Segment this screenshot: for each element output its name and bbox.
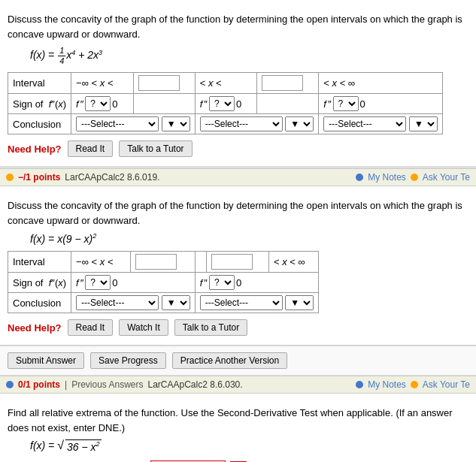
col-blank1[interactable] bbox=[133, 73, 195, 94]
orange-dot bbox=[6, 174, 14, 181]
section2-header: −/1 points LarCAApCalc2 8.6.019. My Note… bbox=[0, 168, 476, 186]
points-3: 0/1 points bbox=[18, 379, 60, 390]
course-3: LarCAApCalc2 8.6.030. bbox=[148, 379, 243, 390]
formula-1: f(x) = 14x4 + 2x3 bbox=[30, 46, 468, 66]
section2: Discuss the concavity of the graph of th… bbox=[0, 186, 476, 346]
sign-select-1[interactable]: ?+− bbox=[85, 96, 111, 111]
talk-btn-1[interactable]: Talk to a Tutor bbox=[119, 140, 192, 157]
conclusion2-label: Conclusion bbox=[8, 293, 71, 313]
practice-version-btn[interactable]: Practice Another Version bbox=[172, 352, 287, 369]
col2-neg-inf: −∞ < x < bbox=[71, 252, 131, 273]
watch-btn-2[interactable]: Watch It bbox=[119, 319, 168, 336]
orange-dot-3 bbox=[411, 381, 418, 388]
conclusion-cell-1[interactable]: ---Select--- concave upward concave down… bbox=[71, 114, 196, 134]
my-notes-2[interactable]: My Notes bbox=[368, 172, 406, 183]
read-it-btn-1[interactable]: Read It bbox=[68, 140, 114, 157]
sqrt-content: 36 − x2 bbox=[65, 439, 102, 453]
conclusion2-cell-1[interactable]: ---Select--- concave upward concave down… bbox=[71, 293, 196, 313]
save-progress-btn[interactable]: Save Progress bbox=[90, 352, 166, 369]
col2-pos-inf: < x < ∞ bbox=[268, 252, 318, 273]
submit-answer-btn[interactable]: Submit Answer bbox=[8, 352, 84, 369]
col2-interval: Interval bbox=[8, 252, 71, 273]
conclusion-cell-2[interactable]: ---Select--- concave upward concave down… bbox=[195, 114, 319, 134]
col-neg-inf: −∞ < x < bbox=[71, 73, 134, 94]
my-notes-3[interactable]: My Notes bbox=[368, 379, 406, 390]
col-pos-inf: < x < ∞ bbox=[319, 73, 443, 94]
points-2: −/1 points bbox=[18, 172, 60, 183]
read-it-btn-2[interactable]: Read It bbox=[68, 319, 114, 336]
blue-dot-2 bbox=[356, 174, 363, 181]
sign2-cell-1: f″ ?+− 0 bbox=[71, 273, 196, 293]
need-help-2: Need Help? Read It Watch It Talk to a Tu… bbox=[8, 319, 468, 336]
col-blank2[interactable] bbox=[257, 73, 319, 94]
conclusion2-select-2[interactable]: ---Select--- concave upward concave down… bbox=[200, 295, 283, 310]
prev-answers-3: Previous Answers bbox=[71, 379, 143, 390]
sqrt-sign: √ bbox=[57, 439, 64, 451]
sign-cell-1: f″ ?+− 0 bbox=[71, 94, 134, 114]
conclusion2-arrow-1[interactable]: ▼ bbox=[162, 295, 190, 310]
blue-dot-3b bbox=[356, 381, 363, 388]
conclusion-select-2[interactable]: ---Select--- concave upward concave down… bbox=[200, 116, 283, 131]
ask-your-3[interactable]: Ask Your Te bbox=[423, 379, 470, 390]
conclusion-cell-3[interactable]: ---Select--- concave upward concave down… bbox=[319, 114, 443, 134]
problem-text-2: Discuss the concavity of the graph of th… bbox=[8, 198, 468, 228]
section3-header: 0/1 points | Previous Answers LarCAApCal… bbox=[0, 376, 476, 394]
submit-row: Submit Answer Save Progress Practice Ano… bbox=[0, 346, 476, 376]
conclusion2-arrow-2[interactable]: ▼ bbox=[285, 295, 314, 310]
course-2: LarCAApCalc2 8.6.019. bbox=[65, 172, 159, 183]
section3-header-left: 0/1 points | Previous Answers LarCAApCal… bbox=[6, 379, 243, 390]
need-help-label-2: Need Help? bbox=[8, 322, 62, 334]
ask-your-2[interactable]: Ask Your Te bbox=[423, 172, 470, 183]
conclusion-arrow-2[interactable]: ▼ bbox=[285, 116, 314, 131]
conclusion-select-1[interactable]: ---Select--- concave upward concave down… bbox=[76, 116, 159, 131]
sign2-select-2[interactable]: ?+− bbox=[209, 275, 235, 290]
conclusion-label: Conclusion bbox=[8, 114, 71, 134]
talk-btn-2[interactable]: Talk to a Tutor bbox=[174, 319, 247, 336]
sign-select-3[interactable]: ?+− bbox=[333, 96, 359, 111]
formula-3: f(x) = √ 36 − x2 bbox=[30, 439, 468, 453]
orange-dot-2 bbox=[411, 174, 418, 181]
section2-header-left: −/1 points LarCAApCalc2 8.6.019. bbox=[6, 172, 159, 183]
col2-mid bbox=[195, 252, 207, 273]
conclusion-arrow-3[interactable]: ▼ bbox=[409, 116, 438, 131]
section2-header-right: My Notes Ask Your Te bbox=[356, 172, 470, 183]
need-help-1: Need Help? Read It Talk to a Tutor bbox=[8, 140, 468, 157]
sign2-cell-2: f″ ?+− 0 bbox=[195, 273, 319, 293]
interval-table-2: Interval −∞ < x < < x < ∞ Sign of f″(x) … bbox=[8, 251, 319, 313]
sign2-label: Sign of f″(x) bbox=[8, 273, 71, 293]
col-mid: < x < bbox=[195, 73, 257, 94]
conclusion2-select-1[interactable]: ---Select--- concave upward concave down… bbox=[76, 295, 159, 310]
conclusion2-cell-2[interactable]: ---Select--- concave upward concave down… bbox=[195, 293, 319, 313]
col2-blank1[interactable] bbox=[130, 252, 195, 273]
conclusion-arrow-1[interactable]: ▼ bbox=[162, 116, 190, 131]
need-help-label-1: Need Help? bbox=[8, 143, 62, 155]
col2-blank2[interactable] bbox=[207, 252, 268, 273]
section3-header-right: My Notes Ask Your Te bbox=[356, 379, 470, 390]
pipe-3: | bbox=[65, 379, 67, 390]
formula-2: f(x) = x(9 − x)2 bbox=[30, 232, 468, 245]
blue-dot-3 bbox=[6, 381, 14, 388]
section3: Find all relative extrema of the functio… bbox=[0, 394, 476, 462]
sign-cell-3: f″ ?+− 0 bbox=[319, 94, 443, 114]
problem-text-1: Discuss the concavity of the graph of th… bbox=[8, 12, 468, 41]
conclusion-select-3[interactable]: ---Select--- concave upward concave down… bbox=[323, 116, 406, 131]
sign-label: Sign of f″(x) bbox=[8, 94, 71, 114]
sign-select-2[interactable]: ?+− bbox=[209, 96, 235, 111]
sign-cell-2: f″ ?+− 0 bbox=[195, 94, 257, 114]
interval-table-1: Interval −∞ < x < < x < < x < ∞ Sign of … bbox=[8, 72, 443, 134]
section1: Discuss the concavity of the graph of th… bbox=[0, 0, 476, 168]
sign2-select-1[interactable]: ?+− bbox=[85, 275, 111, 290]
problem-text-3: Find all relative extrema of the functio… bbox=[8, 406, 468, 435]
col-interval: Interval bbox=[8, 73, 71, 94]
